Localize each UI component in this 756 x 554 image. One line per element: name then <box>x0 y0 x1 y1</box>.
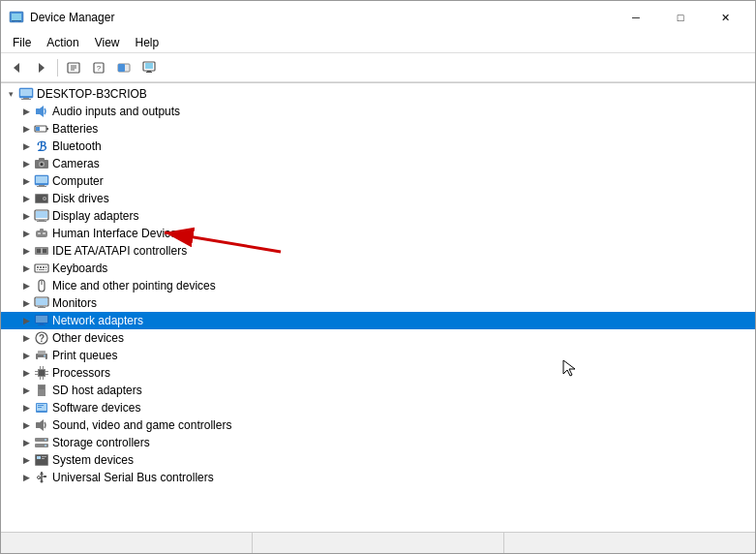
icon-monitors <box>34 295 49 311</box>
label-print: Print queues <box>52 349 117 362</box>
toolbar-forward[interactable] <box>30 57 53 78</box>
expand-audio[interactable]: ▶ <box>18 104 34 119</box>
svg-rect-105 <box>44 476 46 477</box>
tree-root[interactable]: ▾ DESKTOP-B3CRIOB <box>1 85 755 103</box>
svg-rect-66 <box>40 323 44 324</box>
svg-rect-43 <box>37 221 46 222</box>
label-storage: Storage controllers <box>52 436 150 449</box>
icon-disk <box>34 191 49 206</box>
icon-hid <box>34 226 49 241</box>
root-expand-icon[interactable]: ▾ <box>3 86 18 102</box>
menu-action[interactable]: Action <box>39 34 86 51</box>
expand-sd[interactable]: ▶ <box>18 383 34 398</box>
minimize-button[interactable]: ─ <box>614 6 658 29</box>
tree-item-system[interactable]: ▶ System devices <box>1 451 755 469</box>
svg-rect-54 <box>43 266 45 268</box>
close-button[interactable]: ✕ <box>703 6 747 29</box>
expand-processors[interactable]: ▶ <box>18 365 34 381</box>
tree-item-keyboards[interactable]: ▶ Keyboards <box>1 260 755 277</box>
window-title: Device Manager <box>30 11 114 24</box>
toolbar-update-driver[interactable]: ? <box>87 57 110 78</box>
svg-marker-104 <box>40 472 44 475</box>
tree-item-batteries[interactable]: ▶ Batteries <box>1 120 755 138</box>
icon-ide <box>34 243 49 259</box>
svg-rect-58 <box>45 269 46 270</box>
expand-disk[interactable]: ▶ <box>18 191 34 206</box>
expand-bluetooth[interactable]: ▶ <box>18 138 34 154</box>
tree-item-disk[interactable]: ▶ Disk drives <box>1 190 755 207</box>
tree-item-mice[interactable]: ▶ Mice and other pointing devices <box>1 277 755 294</box>
expand-usb[interactable]: ▶ <box>18 470 34 485</box>
expand-hid[interactable]: ▶ <box>18 226 34 241</box>
tree-item-other[interactable]: ▶ ? Other devices <box>1 329 755 347</box>
expand-sound[interactable]: ▶ <box>18 417 34 433</box>
expand-print[interactable]: ▶ <box>18 348 34 363</box>
expand-keyboards[interactable]: ▶ <box>18 261 34 276</box>
expand-cameras[interactable]: ▶ <box>18 156 34 171</box>
tree-item-computer[interactable]: ▶ Computer <box>1 172 755 190</box>
tree-item-software[interactable]: ▶ Software devices <box>1 399 755 416</box>
tree-item-usb[interactable]: ▶ Universal Serial Bus controllers <box>1 469 755 486</box>
expand-monitors[interactable]: ▶ <box>18 295 34 311</box>
svg-rect-90 <box>38 405 44 406</box>
svg-marker-93 <box>40 419 44 431</box>
svg-rect-72 <box>38 357 45 361</box>
label-processors: Processors <box>52 366 110 380</box>
menu-bar: File Action View Help <box>1 32 755 53</box>
expand-computer[interactable]: ▶ <box>18 173 34 189</box>
tree-view[interactable]: ▾ DESKTOP-B3CRIOB ▶ <box>1 83 755 532</box>
expand-ide[interactable]: ▶ <box>18 243 34 259</box>
expand-storage[interactable]: ▶ <box>18 435 34 450</box>
expand-system[interactable]: ▶ <box>18 452 34 468</box>
label-mice: Mice and other pointing devices <box>52 279 216 292</box>
menu-view[interactable]: View <box>87 34 128 51</box>
expand-other[interactable]: ▶ <box>18 330 34 346</box>
tree-item-bluetooth[interactable]: ▶ ℬ Bluetooth <box>1 138 755 155</box>
root-computer-icon <box>18 86 34 102</box>
expand-batteries[interactable]: ▶ <box>18 121 34 137</box>
toolbar-monitor[interactable] <box>137 57 161 78</box>
status-panel-2 <box>253 533 504 553</box>
tree-item-processors[interactable]: ▶ <box>1 364 755 382</box>
label-display: Display adapters <box>52 209 138 223</box>
status-panel-1 <box>1 533 253 553</box>
tree-item-hid[interactable]: ▶ Human Interface Devices <box>1 225 755 242</box>
expand-mice[interactable]: ▶ <box>18 278 34 293</box>
maximize-button[interactable]: □ <box>658 6 703 29</box>
svg-rect-79 <box>43 377 44 380</box>
svg-point-73 <box>44 355 45 357</box>
tree-item-sd[interactable]: ▶ SD host adapters <box>1 382 755 399</box>
tree-item-display[interactable]: ▶ Display adapters <box>1 207 755 225</box>
label-software: Software devices <box>52 401 140 415</box>
tree-item-sound[interactable]: ▶ Sound, video and game controllers <box>1 416 755 434</box>
label-system: System devices <box>52 453 134 467</box>
svg-marker-5 <box>39 63 45 73</box>
window-controls: ─ □ ✕ <box>614 6 747 29</box>
toolbar-properties[interactable] <box>62 57 85 78</box>
svg-rect-81 <box>35 374 38 375</box>
svg-rect-53 <box>40 266 42 268</box>
menu-help[interactable]: Help <box>128 34 167 51</box>
svg-rect-62 <box>40 306 44 307</box>
expand-software[interactable]: ▶ <box>18 400 34 416</box>
icon-cameras <box>34 156 49 171</box>
icon-sd <box>34 383 49 398</box>
toolbar-back[interactable] <box>5 57 28 78</box>
menu-file[interactable]: File <box>5 34 39 51</box>
tree-item-ide[interactable]: ▶ IDE ATA/ATAPI controllers <box>1 242 755 260</box>
svg-rect-31 <box>39 158 45 161</box>
tree-item-audio[interactable]: ▶ Audio inputs and outputs <box>1 103 755 120</box>
tree-item-print[interactable]: ▶ Print queues <box>1 347 755 364</box>
toolbar-enable[interactable] <box>112 57 136 78</box>
tree-item-network[interactable]: ▶ Network adapters <box>1 312 755 329</box>
svg-rect-78 <box>40 377 41 380</box>
tree-item-cameras[interactable]: ▶ Cameras <box>1 155 755 172</box>
expand-network[interactable]: ▶ <box>18 313 34 328</box>
tree-item-storage[interactable]: ▶ Storage controllers <box>1 434 755 451</box>
expand-display[interactable]: ▶ <box>18 208 34 224</box>
root-label: DESKTOP-B3CRIOB <box>37 87 147 101</box>
device-manager-window: Device Manager ─ □ ✕ File Action View He… <box>0 0 756 554</box>
tree-item-monitors[interactable]: ▶ Monitors <box>1 294 755 312</box>
label-other: Other devices <box>52 331 124 345</box>
title-bar: Device Manager ─ □ ✕ <box>1 1 755 32</box>
